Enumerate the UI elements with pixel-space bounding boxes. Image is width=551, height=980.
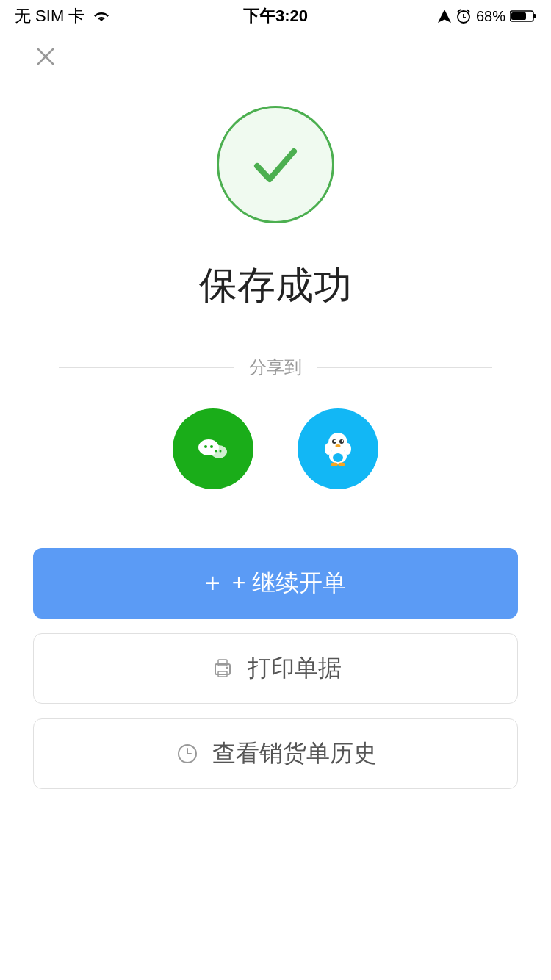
success-title: 保存成功	[199, 260, 352, 311]
print-button[interactable]: 打印单据	[33, 633, 518, 704]
print-icon	[209, 655, 236, 682]
action-buttons: + + 继续开单 打印单据 查看销货单历	[33, 548, 518, 804]
sim-status: 无 SIM 卡	[15, 5, 84, 27]
history-button[interactable]: 查看销货单历史	[33, 718, 518, 789]
wifi-icon	[90, 8, 112, 24]
svg-point-12	[204, 445, 207, 448]
svg-point-21	[334, 440, 336, 442]
qq-share-button[interactable]	[298, 408, 378, 489]
wechat-share-button[interactable]	[173, 408, 253, 489]
svg-point-15	[220, 450, 222, 453]
svg-point-24	[325, 443, 332, 455]
svg-point-19	[332, 439, 336, 444]
svg-point-18	[333, 453, 343, 462]
svg-rect-6	[533, 14, 536, 18]
qq-icon	[316, 427, 360, 471]
share-divider: 分享到	[0, 356, 551, 379]
history-label: 查看销货单历史	[212, 738, 377, 770]
svg-rect-7	[511, 12, 526, 20]
svg-point-31	[226, 667, 228, 669]
battery-percent: 68%	[476, 8, 505, 25]
svg-point-27	[338, 463, 345, 466]
plus-icon: +	[205, 568, 220, 599]
share-icons	[173, 408, 378, 489]
success-circle	[217, 106, 334, 223]
close-button[interactable]	[29, 40, 62, 73]
svg-point-14	[215, 450, 217, 453]
svg-point-22	[342, 440, 343, 442]
continue-label: + 继续开单	[232, 567, 347, 599]
status-bar: 无 SIM 卡 下午3:20 68%	[0, 0, 551, 32]
main-content: 保存成功 分享到	[0, 32, 551, 804]
continue-button[interactable]: + + 继续开单	[33, 548, 518, 619]
svg-point-11	[211, 445, 227, 458]
status-right: 68%	[438, 8, 536, 25]
svg-point-20	[339, 439, 344, 444]
location-icon	[438, 10, 451, 23]
alarm-icon	[455, 8, 472, 24]
history-icon	[174, 741, 201, 767]
svg-point-23	[336, 444, 341, 447]
status-left: 无 SIM 卡	[15, 5, 112, 27]
status-time: 下午3:20	[243, 5, 308, 27]
svg-point-26	[331, 463, 338, 466]
svg-point-13	[210, 445, 213, 448]
battery-icon	[510, 10, 536, 23]
wechat-icon	[191, 427, 235, 471]
share-label: 分享到	[234, 356, 317, 379]
checkmark-icon	[246, 135, 305, 194]
svg-point-25	[344, 443, 351, 455]
print-label: 打印单据	[248, 652, 342, 685]
